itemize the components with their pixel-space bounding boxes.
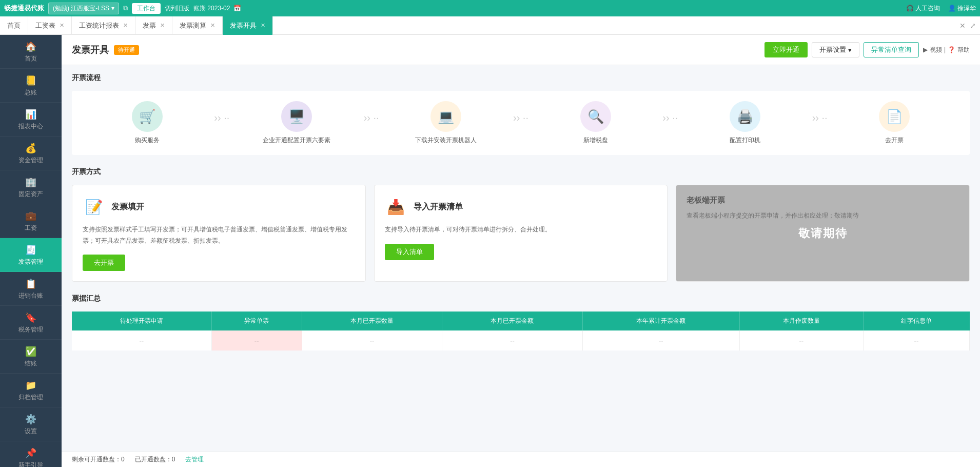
dropdown-arrow-icon: ▾ <box>848 46 852 54</box>
step-enterprise-config-label: 企业开通配置开票六要素 <box>263 136 330 145</box>
sidebar-item-tax[interactable]: 🔖 税务管理 <box>0 306 62 340</box>
sidebar-item-reports[interactable]: 📊 报表中心 <box>0 103 62 137</box>
company-name: (勉励) 江西服宝-LSS <box>53 4 109 13</box>
invoice-mgmt-icon: 🧾 <box>25 244 36 256</box>
go-invoice-button[interactable]: 去开票 <box>83 255 125 271</box>
sidebar-item-ledger[interactable]: 📒 总账 <box>0 69 62 103</box>
funds-icon: 💰 <box>25 143 36 154</box>
summary-section: 票据汇总 待处理开票申请 异常单票 本月已开票数量 本月已开票金额 本年累计开票… <box>72 294 970 351</box>
sidebar-item-label: 总账 <box>25 88 37 97</box>
tab-bar: 首页 工资表 ✕ 工资统计报表 ✕ 发票 ✕ 发票测算 ✕ 发票开具 ✕ ✕ ⤢ <box>0 16 980 35</box>
col-month-amount: 本月已开票金额 <box>442 312 583 330</box>
sidebar-item-assets[interactable]: 🏢 固定资产 <box>0 170 62 204</box>
download-robot-icon: 💻 <box>430 101 461 132</box>
main-content: 发票开具 待开通 立即开通 开票设置 ▾ 异常清单查询 ▶ 视频 | ❓ 帮助 <box>62 35 980 467</box>
guide-icon: 📌 <box>25 447 36 459</box>
status-badge: 待开通 <box>114 45 139 55</box>
coming-soon-overlay: 敬请期待 <box>676 185 969 281</box>
coming-soon-text: 敬请期待 <box>798 226 848 241</box>
process-section: 开票流程 🛒 购买服务 ›› ·· 🖥️ 企业开通配置开票六要素 ›› ·· 💻 <box>72 73 970 155</box>
user-avatar[interactable]: 👤 徐泽华 <box>948 4 976 13</box>
workbench-button[interactable]: 工作台 <box>132 3 161 14</box>
tab-salary[interactable]: 工资表 ✕ <box>28 16 72 35</box>
app-layout: 🏠 首页 📒 总账 📊 报表中心 💰 资金管理 🏢 固定资产 💼 工资 🧾 发票… <box>0 35 980 467</box>
step-buy-service-label: 购买服务 <box>135 136 160 145</box>
tab-close-invoice[interactable]: ✕ <box>160 22 165 29</box>
header-view: ▶ 视频 | ❓ 帮助 <box>923 46 970 54</box>
tab-close-invoice-calc[interactable]: ✕ <box>210 22 215 29</box>
method-section: 开票方式 📝 发票填开 支持按照发票样式手工填写开发票；可开具增值税电子普通发票… <box>72 167 970 282</box>
method-import-desc: 支持导入待开票清单，可对待开票清单进行拆分、合并处理。 <box>385 224 657 236</box>
tab-close-invoice-tool[interactable]: ✕ <box>261 22 265 29</box>
add-tax-disk-icon: 🔍 <box>580 101 611 132</box>
switch-old-button[interactable]: 切到旧版 <box>165 4 189 13</box>
sidebar-item-settings[interactable]: ⚙️ 设置 <box>0 407 62 441</box>
method-manual-title: 发票填开 <box>111 202 144 212</box>
chevron-down-icon: ▾ <box>111 5 114 12</box>
archive-icon: 📁 <box>25 380 36 391</box>
period-label: 账期 2023-02 📅 <box>193 4 241 13</box>
invoice-methods: 📝 发票填开 支持按照发票样式手工填写开发票；可开具增值税电子普通发票、增值税普… <box>72 185 970 282</box>
process-section-title: 开票流程 <box>72 73 970 83</box>
step-invoice-now-label: 去开票 <box>885 136 904 145</box>
method-manual-desc: 支持按照发票样式手工填写开发票；可开具增值税电子普通发票、增值税普通发票、增值税… <box>83 224 355 246</box>
sidebar-item-archive[interactable]: 📁 归档管理 <box>0 374 62 407</box>
cell-month-count: -- <box>302 330 442 351</box>
sidebar-item-label: 报表中心 <box>18 122 43 131</box>
bottom-bar: 剩余可开通数盘：0 已开通数盘：0 去管理 <box>62 452 980 467</box>
sidebar-item-label: 发票管理 <box>18 258 43 266</box>
top-bar-left: 畅捷通易代账 (勉励) 江西服宝-LSS ▾ ⧉ 工作台 切到旧版 账期 202… <box>4 3 241 14</box>
purchase-sales-icon: 📋 <box>25 278 36 289</box>
go-manage-link[interactable]: 去管理 <box>185 455 204 464</box>
tab-invoice[interactable]: 发票 ✕ <box>135 16 172 35</box>
sidebar-item-invoice-mgmt[interactable]: 🧾 发票管理 <box>0 238 62 272</box>
sidebar-item-guide[interactable]: 📌 新手引导 <box>0 441 62 467</box>
settings-icon: ⚙️ <box>25 414 36 425</box>
tab-invoice-tool[interactable]: 发票开具 ✕ <box>223 16 273 35</box>
summary-table: 待处理开票申请 异常单票 本月已开票数量 本月已开票金额 本年累计开票金额 本月… <box>72 312 970 351</box>
sidebar-item-label: 工资 <box>25 224 37 232</box>
cell-abnormal: -- <box>211 330 302 351</box>
assets-icon: 🏢 <box>25 177 36 188</box>
tab-close-salary[interactable]: ✕ <box>60 22 64 29</box>
method-import-icon: 📥 <box>385 196 407 218</box>
sidebar-item-label: 设置 <box>25 427 37 436</box>
page-title-area: 发票开具 待开通 <box>72 44 139 56</box>
calendar-icon[interactable]: 📅 <box>233 5 241 12</box>
content-body: 开票流程 🛒 购买服务 ›› ·· 🖥️ 企业开通配置开票六要素 ›› ·· 💻 <box>62 65 980 359</box>
remaining-count: 剩余可开通数盘：0 <box>72 455 125 464</box>
method-manual-icon: 📝 <box>83 196 105 218</box>
sidebar-item-settle[interactable]: ✅ 结账 <box>0 340 62 374</box>
copy-icon[interactable]: ⧉ <box>123 4 128 12</box>
sidebar-item-home[interactable]: 🏠 首页 <box>0 35 62 69</box>
step-config-printer: 🖨️ 配置打印机 <box>680 101 810 145</box>
sidebar-item-label: 归档管理 <box>18 393 43 402</box>
customer-service-btn[interactable]: 🎧 人工咨询 <box>906 4 940 13</box>
abnormal-query-button[interactable]: 异常清单查询 <box>864 42 919 57</box>
tab-close-salary-report[interactable]: ✕ <box>123 22 128 29</box>
sidebar-item-label: 资金管理 <box>18 156 43 165</box>
open-now-button[interactable]: 立即开通 <box>765 42 808 57</box>
tab-salary-report[interactable]: 工资统计报表 ✕ <box>72 16 135 35</box>
open-settings-button[interactable]: 开票设置 ▾ <box>812 42 859 57</box>
enterprise-config-icon: 🖥️ <box>281 101 312 132</box>
cell-void-count: -- <box>739 330 863 351</box>
step-add-tax-disk-label: 新增税盘 <box>583 136 608 145</box>
company-selector[interactable]: (勉励) 江西服宝-LSS ▾ <box>48 3 119 14</box>
tab-home[interactable]: 首页 <box>0 16 28 35</box>
close-all-icon[interactable]: ✕ <box>959 22 966 30</box>
salary-icon: 💼 <box>25 210 36 222</box>
summary-data-row: -- -- -- -- -- -- -- <box>72 330 970 351</box>
import-list-button[interactable]: 导入清单 <box>385 244 434 260</box>
page-title: 发票开具 <box>72 44 109 56</box>
sidebar-item-salary[interactable]: 💼 工资 <box>0 204 62 238</box>
expand-icon[interactable]: ⤢ <box>970 22 976 30</box>
step-add-tax-disk: 🔍 新增税盘 <box>531 101 660 145</box>
tab-invoice-calc[interactable]: 发票测算 ✕ <box>172 16 223 35</box>
col-month-count: 本月已开票数量 <box>302 312 442 330</box>
step-download-robot: 💻 下载并安装开票机器人 <box>381 101 511 145</box>
sidebar-item-funds[interactable]: 💰 资金管理 <box>0 137 62 170</box>
sidebar-item-purchase-sales[interactable]: 📋 进销台账 <box>0 272 62 306</box>
method-import-title: 导入开票清单 <box>414 202 463 212</box>
col-year-amount: 本年累计开票金额 <box>582 312 739 330</box>
